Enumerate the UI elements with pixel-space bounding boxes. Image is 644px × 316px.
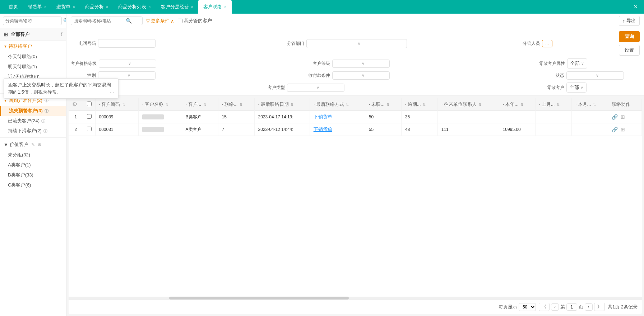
- chevron-down-icon: ∨: [128, 73, 152, 78]
- nav-tab-customer-contact[interactable]: 客户联络 ×: [198, 0, 231, 14]
- sidebar-item-tomorrow[interactable]: 明天待联络(1): [0, 62, 66, 72]
- info-icon-sm3: ⓘ: [43, 129, 47, 133]
- contact-detail-icon[interactable]: 🔗: [612, 127, 618, 132]
- row-name: [139, 123, 182, 136]
- th-company-contact[interactable]: · 往来单位联系人 ⇅: [437, 98, 499, 111]
- sidebar-search-input[interactable]: [3, 16, 62, 25]
- row-checkbox[interactable]: [87, 114, 92, 119]
- th-last-contact-date[interactable]: · 最后联络日期 ⇅: [254, 98, 310, 111]
- export-label: 导出: [626, 18, 636, 24]
- sidebar-search-icon[interactable]: 🔍: [63, 18, 66, 24]
- add-icon[interactable]: ⊕: [38, 142, 41, 147]
- main-search-icon[interactable]: 🔍: [126, 18, 132, 24]
- query-button[interactable]: 查询: [619, 31, 640, 42]
- sidebar-value-label: 价值客户: [10, 141, 28, 148]
- row-checkbox[interactable]: [87, 127, 92, 131]
- main-search-input[interactable]: [74, 18, 124, 23]
- manager-more-btn[interactable]: ...: [542, 40, 552, 47]
- sidebar-item-b-class[interactable]: B类客户(33): [0, 170, 66, 180]
- next-page-button[interactable]: ›: [585, 303, 593, 311]
- nav-tab-sales-label: 销货单: [28, 4, 42, 10]
- first-page-button[interactable]: 《: [539, 303, 550, 311]
- sidebar-all-customers[interactable]: ⊞ 全部客户 《: [0, 28, 66, 41]
- sidebar-item-declining[interactable]: 持续下滑客户(2) ⓘ: [0, 126, 66, 136]
- page-input[interactable]: [566, 303, 577, 311]
- scrollbar-thumb[interactable]: [169, 297, 349, 300]
- filter-payment: 收付款条件 ∨: [305, 71, 406, 80]
- th-this-month[interactable]: · 本月... ⇅: [571, 98, 608, 111]
- sidebar-item-c-class[interactable]: C类客户(6): [0, 180, 66, 190]
- retail-attr-select[interactable]: 全部 ∨: [567, 58, 587, 69]
- horizontal-scrollbar[interactable]: [69, 297, 642, 300]
- dept-select[interactable]: ∨: [306, 39, 407, 48]
- close-icon[interactable]: ×: [148, 5, 150, 9]
- close-icon[interactable]: ×: [44, 5, 46, 9]
- more-action-icon[interactable]: ⊞: [621, 114, 625, 120]
- sidebar-item-loss-warning[interactable]: 流失预警客户(3) ⓘ: [0, 106, 66, 116]
- nav-tab-home[interactable]: 首页: [4, 0, 23, 14]
- sidebar-pending-header[interactable]: ▼ 待联络客户: [0, 41, 66, 52]
- my-customers-checkbox[interactable]: [178, 19, 182, 23]
- status-select[interactable]: ∨: [566, 71, 624, 80]
- customer-name-blurred: [142, 114, 164, 119]
- th-last-contact-method[interactable]: · 最后联络方式 ⇅: [310, 98, 365, 111]
- gear-icon[interactable]: ⚙: [72, 101, 77, 107]
- triangle-icon: ▼: [4, 142, 8, 147]
- th-code[interactable]: · 客户编码 ⇅: [95, 98, 139, 111]
- retail-customer-select[interactable]: 全部 ∨: [566, 82, 587, 93]
- th-unreached[interactable]: · 未联... ⇅: [365, 98, 401, 111]
- payment-select[interactable]: ∨: [332, 71, 390, 80]
- page-size-select[interactable]: 50: [519, 303, 536, 311]
- th-level[interactable]: · 客户... ⇅: [182, 98, 218, 111]
- manager-label: 分管人员: [515, 41, 540, 47]
- sidebar-item-a-class[interactable]: A类客户(1): [0, 160, 66, 170]
- sidebar-value-header[interactable]: ▼ 价值客户 ✎ ⊕: [0, 139, 66, 150]
- select-all-checkbox[interactable]: [87, 102, 92, 106]
- th-overdue[interactable]: · 逾期... ⇅: [401, 98, 437, 111]
- window-close-button[interactable]: ×: [631, 3, 640, 11]
- page-navigation: 《 ‹ 第 页 › 》: [539, 303, 605, 311]
- phone-input[interactable]: [98, 39, 156, 48]
- customer-level-label: 客户等级: [305, 61, 330, 67]
- row-checkbox-cell: [83, 123, 95, 136]
- customer-type-select[interactable]: ∨: [287, 84, 344, 92]
- contact-detail-icon[interactable]: 🔗: [612, 114, 618, 120]
- nav-tab-customer-segment-label: 客户分层经营: [161, 4, 189, 10]
- more-conditions-btn[interactable]: ▽ 更多条件 ∧: [146, 18, 174, 24]
- sidebar-item-today[interactable]: 今天待联络(0): [0, 52, 66, 62]
- close-icon[interactable]: ×: [73, 5, 75, 9]
- edit-icon[interactable]: ✎: [31, 142, 35, 147]
- last-page-button[interactable]: 》: [594, 303, 605, 311]
- th-last-month[interactable]: · 上月... ⇅: [535, 98, 571, 111]
- export-button[interactable]: ↑ 导出: [619, 16, 640, 26]
- nav-tab-analysis-list[interactable]: 商品分析列表 ×: [113, 0, 156, 14]
- th-contact[interactable]: · 联络... ⇅: [218, 98, 254, 111]
- chevron-down-icon: ∨: [596, 73, 621, 78]
- price-level-select[interactable]: ∨: [99, 60, 156, 68]
- nav-tab-purchase[interactable]: 进货单 ×: [51, 0, 80, 14]
- nav-tab-customer-segment[interactable]: 客户分层经营 ×: [156, 0, 198, 14]
- sidebar-item-ungrouped[interactable]: 未分组(32): [0, 150, 66, 160]
- nav-tab-analysis[interactable]: 商品分析 ×: [80, 0, 113, 14]
- settings-button[interactable]: 设置: [619, 45, 640, 56]
- sidebar-item-lost[interactable]: 已流失客户(24) ⓘ: [0, 116, 66, 126]
- more-action-icon[interactable]: ⊞: [621, 127, 625, 132]
- contact-method-link[interactable]: 下销货单: [314, 127, 332, 132]
- close-icon[interactable]: ×: [224, 5, 226, 9]
- contact-method-link[interactable]: 下销货单: [314, 114, 332, 119]
- th-checkbox: [83, 98, 95, 111]
- sort-icon: ⇅: [520, 103, 523, 107]
- row-last-contact-date: 2023-04-12 14:44:: [254, 123, 310, 136]
- th-this-year[interactable]: · 本年... ⇅: [499, 98, 535, 111]
- th-name[interactable]: · 客户名称 ⇅: [139, 98, 182, 111]
- sort-icon: ⇅: [557, 103, 560, 107]
- close-icon[interactable]: ×: [106, 5, 108, 9]
- customer-level-select[interactable]: ∨: [332, 60, 390, 68]
- tooltip-more-icon[interactable]: ···: [110, 89, 114, 96]
- nav-tab-sales[interactable]: 销货单 ×: [23, 0, 51, 14]
- phone-label: 电话号码: [71, 41, 96, 47]
- th-gear[interactable]: ⚙: [69, 98, 83, 111]
- nav-tab-home-label: 首页: [9, 4, 18, 10]
- close-icon[interactable]: ×: [191, 5, 193, 9]
- prev-page-button[interactable]: ‹: [551, 303, 559, 311]
